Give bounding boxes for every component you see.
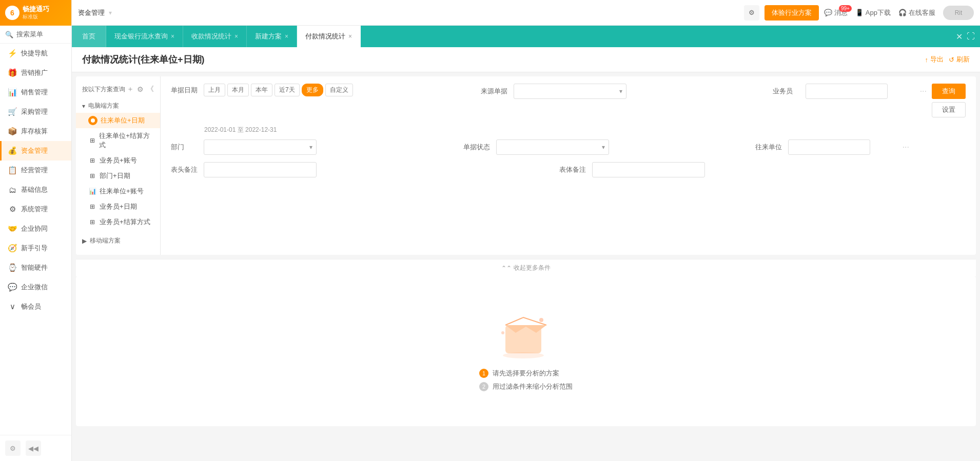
collapse-more-btn[interactable]: ⌃⌃ 收起更多条件 [501, 264, 551, 272]
counterparty-input[interactable] [788, 139, 870, 155]
search-label: 搜索菜单 [16, 30, 43, 39]
sidebar-item-sales[interactable]: 📊 销售管理 [0, 83, 71, 102]
scheme-settings-btn[interactable]: ⚙ [137, 85, 144, 93]
collapse-sidebar-btn[interactable]: ◀◀ [26, 440, 41, 456]
service-label: 在线客服 [909, 8, 935, 17]
sidebar-item-enterprise[interactable]: 🤝 企业协同 [0, 219, 71, 238]
filter-row-3: 表头备注 表体备注 [171, 162, 966, 177]
scheme-item-staff-account-label: 业务员+账号 [100, 156, 137, 165]
sidebar-item-hardware[interactable]: ⌚ 智能硬件 [0, 258, 71, 277]
filter-row-2: 部门 ▾ 单据状态 ▾ [171, 139, 966, 155]
tab-payment-stats-close[interactable]: × [348, 33, 352, 40]
refresh-label: 刷新 [956, 55, 970, 64]
scheme-item-unit-date[interactable]: 往来单位+日期 [76, 113, 160, 128]
dept-input[interactable] [204, 139, 317, 155]
sidebar-item-basic-info[interactable]: 🗂 基础信息 [0, 180, 71, 199]
sidebar: 6 畅捷通巧 标准版 🔍 搜索菜单 ⚡ 快捷导航 🎁 营销推广 📊 销售管理 🛒… [0, 0, 72, 461]
tab-new-scheme[interactable]: 新建方案 × [247, 26, 297, 47]
date-btn-more[interactable]: 更多 [302, 84, 323, 96]
topbar-app-download[interactable]: 📱 App下载 [855, 8, 891, 17]
scheme-item-staff-settlement[interactable]: ⊞ 业务员+结算方式 [76, 214, 160, 230]
sidebar-item-icon-basic-info: 🗂 [8, 185, 17, 194]
source-label: 来源单据 [481, 87, 509, 96]
source-select[interactable]: ▾ [514, 84, 626, 99]
dept-select[interactable]: ▾ [204, 139, 317, 155]
staff-select[interactable] [806, 84, 916, 99]
sidebar-item-marketing[interactable]: 🎁 营销推广 [0, 63, 71, 83]
sidebar-nav: ⚡ 快捷导航 🎁 营销推广 📊 销售管理 🛒 采购管理 📦 库存核算 💰 资金管… [0, 44, 71, 435]
staff-dots-btn[interactable]: ··· [920, 87, 927, 96]
scheme-collapse-btn[interactable]: 《 [147, 85, 154, 94]
doc-status-input[interactable] [496, 139, 609, 155]
scheme-add-btn[interactable]: ＋ [127, 85, 134, 94]
trial-btn[interactable]: 体验行业方案 [765, 5, 819, 21]
date-btn-this-year[interactable]: 本年 [251, 84, 272, 96]
scheme-item-staff-account[interactable]: ⊞ 业务员+账号 [76, 153, 160, 168]
scheme-item-staff-date[interactable]: ⊞ 业务员+日期 [76, 199, 160, 214]
sidebar-item-icon-wechat: 💬 [8, 283, 17, 292]
app-label: App下载 [866, 8, 891, 17]
sidebar-item-label-system: 系统管理 [21, 205, 48, 214]
tabbar: 首页 现金银行流水查询 × 收款情况统计 × 新建方案 × 付款情况统计 × ✕… [72, 26, 980, 47]
settings-btn[interactable]: 设置 [932, 102, 966, 117]
sidebar-item-quick-nav[interactable]: ⚡ 快捷导航 [0, 44, 71, 63]
sidebar-item-label-vip: 畅会员 [21, 302, 41, 311]
sidebar-item-label-purchase: 采购管理 [21, 107, 48, 116]
sidebar-logo: 6 畅捷通巧 标准版 [0, 0, 71, 26]
tab-home[interactable]: 首页 [72, 26, 106, 47]
tab-payment-stats-label: 付款情况统计 [305, 32, 345, 41]
service-icon: 🎧 [898, 9, 907, 16]
tab-new-scheme-close[interactable]: × [285, 33, 288, 40]
tab-receipt-stats[interactable]: 收款情况统计 × [183, 26, 247, 47]
scheme-item-dept-date[interactable]: ⊞ 部门+日期 [76, 168, 160, 184]
close-tab-ctrl[interactable]: ✕ [956, 32, 963, 42]
table-icon-4: ⊞ [88, 203, 96, 211]
maximize-tab-ctrl[interactable]: ⛶ [967, 32, 975, 41]
topbar-settings-btn[interactable]: ⚙ [744, 5, 759, 21]
scheme-item-unit-account[interactable]: 📊 往来单位+账号 [76, 184, 160, 199]
staff-input[interactable] [806, 84, 888, 99]
page-content: 付款情况统计(往来单位+日期) ↑ 导出 ↺ 刷新 按以下方案查询 ＋ [72, 47, 980, 461]
table-icon: ⊞ [88, 136, 96, 145]
topbar-messages[interactable]: 💬 消息 99+ [824, 8, 848, 17]
sidebar-item-finance[interactable]: 💰 资金管理 [0, 141, 71, 161]
export-btn[interactable]: ↑ 导出 [925, 55, 944, 64]
filter-field-source: 来源单据 ▾ [481, 84, 645, 99]
sidebar-item-guide[interactable]: 🧭 新手引导 [0, 238, 71, 258]
sidebar-item-purchase[interactable]: 🛒 采购管理 [0, 102, 71, 122]
refresh-btn[interactable]: ↺ 刷新 [949, 55, 970, 64]
date-btn-this-month[interactable]: 本月 [227, 84, 249, 96]
settings-bottom-btn[interactable]: ⚙ [5, 440, 21, 456]
sidebar-item-vip[interactable]: ∨ 畅会员 [0, 297, 71, 316]
tab-bank-flow[interactable]: 现金银行流水查询 × [106, 26, 183, 47]
sidebar-item-inventory[interactable]: 📦 库存核算 [0, 122, 71, 141]
sidebar-item-operations[interactable]: 📋 经营管理 [0, 161, 71, 180]
date-btn-custom[interactable]: 自定义 [325, 84, 353, 96]
counterparty-select[interactable] [788, 139, 898, 155]
sidebar-search[interactable]: 🔍 搜索菜单 [0, 26, 71, 44]
tab-payment-stats[interactable]: 付款情况统计 × [297, 26, 361, 47]
date-btn-7days[interactable]: 近7天 [275, 84, 300, 96]
counterparty-dots-btn[interactable]: ··· [903, 143, 909, 152]
sidebar-item-label-finance: 资金管理 [21, 146, 48, 155]
sidebar-item-system[interactable]: ⚙ 系统管理 [0, 199, 71, 219]
scheme-item-unit-settlement[interactable]: ⊞ 往来单位+结算方式 [76, 128, 160, 153]
empty-state: 1 请先选择要分析的方案 2 用过滤条件来缩小分析范围 [76, 276, 976, 426]
filter-field-date: 单据日期 上月 本月 本年 近7天 更多 自定义 [171, 84, 353, 96]
source-input[interactable] [514, 84, 626, 99]
tab-receipt-stats-close[interactable]: × [234, 33, 238, 40]
header-note-input[interactable] [204, 162, 317, 177]
doc-status-select[interactable]: ▾ [496, 139, 609, 155]
topbar-online-service[interactable]: 🎧 在线客服 [898, 8, 935, 17]
scheme-group-pc-header[interactable]: ▾ 电脑端方案 [76, 99, 160, 113]
date-btn-last-month[interactable]: 上月 [204, 84, 225, 96]
sidebar-item-label-quick-nav: 快捷导航 [21, 49, 48, 58]
sidebar-item-icon-hardware: ⌚ [8, 263, 17, 272]
body-note-input[interactable] [592, 162, 705, 177]
tab-bank-flow-close[interactable]: × [171, 33, 174, 40]
collapse-bar: ⌃⌃ 收起更多条件 [76, 259, 976, 276]
sidebar-item-wechat[interactable]: 💬 企业微信 [0, 277, 71, 297]
user-avatar[interactable]: Rit [943, 6, 974, 20]
query-btn[interactable]: 查询 [932, 84, 966, 99]
scheme-group-mobile-header[interactable]: ▶ 移动端方案 [76, 234, 160, 248]
